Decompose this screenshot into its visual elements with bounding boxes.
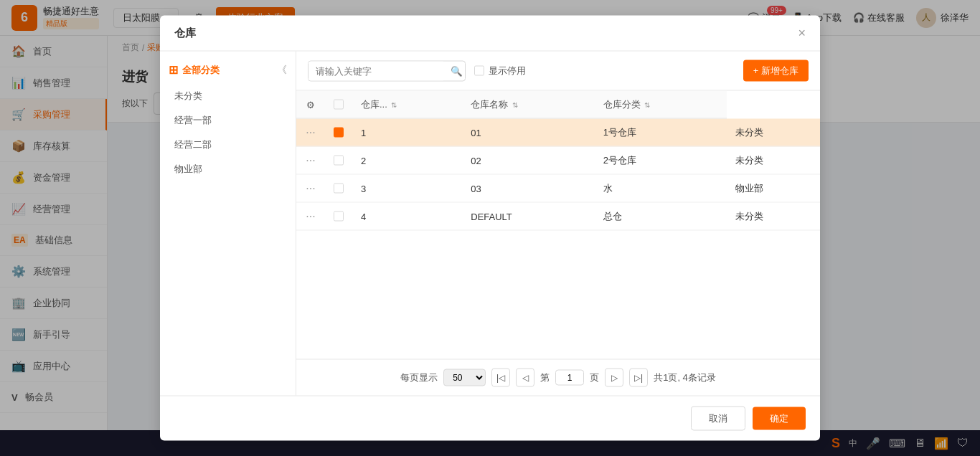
row-category: 未分类 bbox=[727, 146, 820, 174]
warehouse-table-panel: 🔍 显示停用 + 新增仓库 ⚙ bbox=[296, 52, 820, 396]
row-name: 总仓 bbox=[595, 202, 727, 230]
next-page-button[interactable]: ▷ bbox=[605, 369, 623, 387]
category-header: ⊞ 全部分类 《 bbox=[160, 59, 296, 84]
show-disabled-label: 显示停用 bbox=[489, 65, 526, 77]
row-category: 未分类 bbox=[727, 118, 820, 146]
select-all-checkbox[interactable] bbox=[334, 100, 344, 110]
dialog-close-button[interactable]: × bbox=[798, 26, 806, 41]
row-category: 物业部 bbox=[727, 174, 820, 202]
gear-icon[interactable]: ⚙ bbox=[306, 99, 315, 110]
all-categories-item[interactable]: ⊞ 全部分类 bbox=[169, 63, 220, 77]
col-code: 仓库... ⇅ bbox=[352, 91, 462, 119]
col-name: 仓库名称 ⇅ bbox=[462, 91, 595, 119]
row-category: 未分类 bbox=[727, 202, 820, 230]
category-item-property[interactable]: 物业部 bbox=[160, 157, 296, 181]
more-icon[interactable]: ··· bbox=[306, 154, 315, 166]
col-category: 仓库分类 ⇅ bbox=[595, 91, 727, 119]
prev-page-button[interactable]: ◁ bbox=[516, 369, 534, 387]
table-wrapper: ⚙ 仓库... ⇅ 仓库名称 ⇅ 仓库分类 bbox=[296, 91, 820, 359]
grid-icon: ⊞ bbox=[169, 63, 178, 77]
dialog-title: 仓库 bbox=[174, 27, 196, 40]
row-more[interactable]: ··· bbox=[296, 146, 325, 174]
col-settings: ⚙ bbox=[296, 91, 325, 119]
search-box[interactable]: 🔍 bbox=[308, 60, 466, 81]
dialog-footer: 取消 确定 bbox=[160, 396, 820, 441]
sort-name-icon[interactable]: ⇅ bbox=[512, 101, 518, 109]
row-code: 01 bbox=[462, 118, 595, 146]
row-code: 03 bbox=[462, 174, 595, 202]
row-checkbox-cell[interactable] bbox=[325, 146, 352, 174]
row-name: 1号仓库 bbox=[595, 118, 727, 146]
row-checkbox-cell[interactable] bbox=[325, 202, 352, 230]
dialog-body: ⊞ 全部分类 《 未分类 经营一部 经营二部 物业部 🔍 bbox=[160, 52, 820, 396]
more-icon[interactable]: ··· bbox=[306, 210, 315, 222]
category-item-dept1[interactable]: 经营一部 bbox=[160, 108, 296, 133]
category-item-dept2[interactable]: 经营二部 bbox=[160, 133, 296, 157]
row-index: 4 bbox=[352, 202, 462, 230]
warehouse-table: ⚙ 仓库... ⇅ 仓库名称 ⇅ 仓库分类 bbox=[296, 91, 820, 231]
row-more[interactable]: ··· bbox=[296, 118, 325, 146]
collapse-icon[interactable]: 《 bbox=[277, 63, 287, 76]
row-index: 1 bbox=[352, 118, 462, 146]
row-index: 3 bbox=[352, 174, 462, 202]
row-more[interactable]: ··· bbox=[296, 202, 325, 230]
page-suffix-label: 页 bbox=[590, 371, 599, 384]
row-more[interactable]: ··· bbox=[296, 174, 325, 202]
row-code: 02 bbox=[462, 146, 595, 174]
row-checkbox[interactable] bbox=[334, 156, 344, 166]
table-row[interactable]: ··· 1 01 1号仓库 未分类 bbox=[296, 118, 820, 146]
total-info: 共1页, 4条记录 bbox=[654, 371, 716, 384]
more-icon[interactable]: ··· bbox=[306, 126, 315, 138]
category-item-unclassified[interactable]: 未分类 bbox=[160, 84, 296, 108]
col-checkbox bbox=[325, 91, 352, 119]
category-panel: ⊞ 全部分类 《 未分类 经营一部 经营二部 物业部 bbox=[160, 52, 296, 396]
page-prefix-label: 第 bbox=[540, 371, 550, 384]
sort-code-icon[interactable]: ⇅ bbox=[391, 101, 397, 109]
row-name: 2号仓库 bbox=[595, 146, 727, 174]
row-checkbox-cell[interactable] bbox=[325, 174, 352, 202]
row-index: 2 bbox=[352, 146, 462, 174]
more-icon[interactable]: ··· bbox=[306, 182, 315, 194]
cancel-button[interactable]: 取消 bbox=[691, 407, 745, 431]
row-checkbox[interactable] bbox=[334, 184, 344, 194]
search-input[interactable] bbox=[308, 61, 443, 80]
sort-category-icon[interactable]: ⇅ bbox=[644, 101, 650, 109]
row-name: 水 bbox=[595, 174, 727, 202]
search-button[interactable]: 🔍 bbox=[443, 61, 466, 80]
last-page-button[interactable]: ▷| bbox=[629, 369, 648, 387]
first-page-button[interactable]: |◁ bbox=[491, 369, 510, 387]
per-page-select[interactable]: 50 100 bbox=[443, 369, 486, 386]
warehouse-dialog: 仓库 × ⊞ 全部分类 《 未分类 经营一部 经营二部 物业部 bbox=[160, 16, 820, 441]
row-checkbox-cell[interactable] bbox=[325, 118, 352, 146]
confirm-button[interactable]: 确定 bbox=[753, 407, 806, 430]
row-checkbox[interactable] bbox=[334, 212, 344, 222]
row-checkbox[interactable] bbox=[334, 128, 344, 138]
table-row[interactable]: ··· 4 DEFAULT 总仓 未分类 bbox=[296, 202, 820, 230]
page-input[interactable] bbox=[555, 370, 584, 386]
table-row[interactable]: ··· 3 03 水 物业部 bbox=[296, 174, 820, 202]
add-warehouse-button[interactable]: + 新增仓库 bbox=[743, 60, 809, 82]
pagination: 每页显示 50 100 |◁ ◁ 第 页 ▷ ▷| 共1页, 4条记录 bbox=[296, 359, 820, 396]
table-row[interactable]: ··· 2 02 2号仓库 未分类 bbox=[296, 146, 820, 174]
show-disabled-toggle[interactable]: 显示停用 bbox=[474, 65, 526, 77]
row-code: DEFAULT bbox=[462, 202, 595, 230]
show-disabled-checkbox[interactable] bbox=[474, 66, 484, 76]
table-toolbar: 🔍 显示停用 + 新增仓库 bbox=[296, 52, 820, 91]
per-page-label: 每页显示 bbox=[400, 371, 438, 384]
all-categories-label: 全部分类 bbox=[182, 63, 220, 76]
dialog-header: 仓库 × bbox=[160, 16, 820, 52]
